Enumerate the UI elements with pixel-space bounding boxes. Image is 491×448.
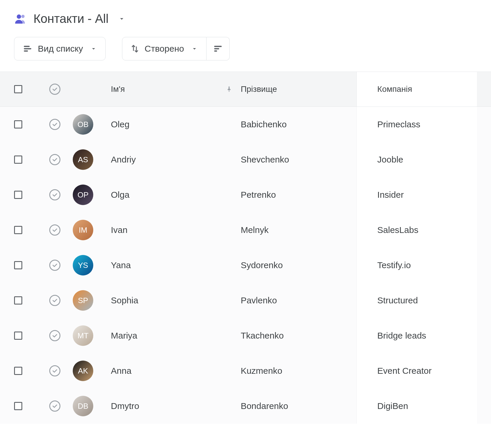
row-status-icon[interactable]	[49, 330, 60, 341]
svg-point-1	[21, 15, 25, 18]
row-status-icon[interactable]	[49, 224, 60, 236]
row-checkbox[interactable]	[14, 402, 22, 410]
cell-last-name: Petrenko	[241, 190, 347, 200]
column-header-company[interactable]: Компанія	[377, 84, 412, 94]
cell-first-name: Dmytro	[111, 401, 217, 411]
table-row[interactable]: YS Yana Sydorenko Testify.io	[0, 248, 491, 283]
cell-first-name: Ivan	[111, 225, 217, 235]
row-status-icon[interactable]	[49, 365, 60, 376]
table-row[interactable]: SP Sophia Pavlenko Structured	[0, 283, 491, 318]
avatar-initials: AK	[78, 366, 88, 376]
avatar-initials: MT	[77, 331, 89, 340]
swap-vertical-icon	[131, 44, 139, 53]
cell-company: Bridge leads	[377, 331, 426, 341]
cell-last-name: Kuzmenko	[241, 366, 347, 376]
table-row[interactable]: AK Anna Kuzmenko Event Creator	[0, 353, 491, 388]
row-checkbox[interactable]	[14, 332, 22, 340]
cell-last-name: Tkachenko	[241, 331, 347, 341]
avatar-initials: IM	[79, 226, 87, 235]
row-checkbox[interactable]	[14, 296, 22, 305]
cell-company: Structured	[377, 295, 418, 305]
cell-last-name: Babichenko	[241, 119, 347, 129]
cell-first-name: Mariya	[111, 331, 217, 341]
row-checkbox[interactable]	[14, 367, 22, 375]
column-header-first-name[interactable]: Ім'я	[111, 84, 217, 94]
cell-company: DigiBen	[377, 401, 408, 411]
avatar-initials: YS	[78, 261, 88, 270]
table-row[interactable]: OB Oleg Babichenko Primeclass	[0, 107, 491, 142]
svg-rect-2	[24, 46, 30, 47]
row-status-icon[interactable]	[49, 189, 60, 200]
status-header-icon[interactable]	[49, 84, 60, 95]
cell-last-name: Melnyk	[241, 225, 347, 235]
contacts-icon	[14, 12, 27, 25]
svg-rect-4	[24, 50, 28, 52]
row-checkbox[interactable]	[14, 120, 22, 129]
svg-point-0	[17, 14, 21, 19]
table-row[interactable]: IM Ivan Melnyk SalesLabs	[0, 212, 491, 248]
svg-rect-3	[24, 48, 31, 49]
cell-first-name: Anna	[111, 366, 217, 376]
view-mode-button[interactable]: Вид списку	[14, 37, 106, 60]
sort-descending-icon	[213, 44, 223, 54]
page-title[interactable]: Контакти - All	[33, 12, 109, 26]
view-mode-label: Вид списку	[38, 44, 83, 54]
sort-field-button[interactable]: Створено	[122, 37, 206, 60]
cell-company: Primeclass	[377, 119, 420, 129]
row-checkbox[interactable]	[14, 155, 22, 164]
cell-company: SalesLabs	[377, 225, 418, 235]
select-all-checkbox[interactable]	[14, 85, 22, 93]
avatar[interactable]: OP	[73, 185, 93, 205]
cell-last-name: Shevchenko	[241, 155, 347, 165]
cell-first-name: Oleg	[111, 119, 217, 129]
avatar[interactable]: IM	[73, 220, 93, 240]
cell-first-name: Olga	[111, 190, 217, 200]
row-status-icon[interactable]	[49, 154, 60, 165]
row-status-icon[interactable]	[49, 119, 60, 130]
cell-company: Testify.io	[377, 260, 411, 270]
row-status-icon[interactable]	[49, 260, 60, 271]
table-row[interactable]: DB Dmytro Bondarenko DigiBen	[0, 388, 491, 424]
table-row[interactable]: MT Mariya Tkachenko Bridge leads	[0, 318, 491, 353]
avatar[interactable]: AS	[73, 149, 93, 170]
cell-first-name: Andriy	[111, 155, 217, 165]
avatar-initials: DB	[78, 402, 88, 411]
svg-rect-5	[214, 46, 222, 47]
cell-last-name: Bondarenko	[241, 401, 347, 411]
row-status-icon[interactable]	[49, 295, 60, 306]
cell-company: Jooble	[377, 155, 403, 165]
avatar[interactable]: AK	[73, 361, 93, 381]
avatar-initials: AS	[78, 155, 88, 164]
page-title-label: Контакти - All	[33, 12, 109, 26]
cell-first-name: Yana	[111, 260, 217, 270]
row-status-icon[interactable]	[49, 400, 60, 412]
chevron-down-icon	[90, 45, 97, 52]
cell-company: Event Creator	[377, 366, 431, 376]
sort-field-label: Створено	[145, 44, 184, 54]
row-checkbox[interactable]	[14, 261, 22, 269]
avatar[interactable]: SP	[73, 290, 93, 311]
avatar[interactable]: MT	[73, 325, 93, 346]
avatar[interactable]: DB	[73, 396, 93, 416]
table-header-row: Ім'я Прізвище Компанія	[0, 72, 491, 107]
row-checkbox[interactable]	[14, 226, 22, 234]
avatar[interactable]: OB	[73, 114, 93, 135]
cell-first-name: Sophia	[111, 295, 217, 305]
cell-company: Insider	[377, 190, 404, 200]
avatar-initials: OP	[77, 190, 89, 200]
sort-direction-button[interactable]	[206, 37, 230, 60]
row-checkbox[interactable]	[14, 191, 22, 199]
avatar-initials: OB	[77, 120, 89, 129]
avatar-initials: SP	[78, 296, 88, 305]
contacts-table: Ім'я Прізвище Компанія OB Ole	[0, 72, 491, 424]
chevron-down-icon[interactable]	[118, 15, 126, 23]
table-row[interactable]: AS Andriy Shevchenko Jooble	[0, 142, 491, 177]
svg-rect-6	[214, 48, 219, 49]
chevron-down-icon	[191, 45, 198, 52]
table-row[interactable]: OP Olga Petrenko Insider	[0, 177, 491, 212]
avatar[interactable]: YS	[73, 255, 93, 275]
column-header-last-name[interactable]: Прізвище	[241, 84, 347, 94]
list-view-icon	[23, 44, 33, 54]
svg-rect-7	[214, 50, 217, 52]
pin-icon[interactable]	[217, 86, 241, 93]
